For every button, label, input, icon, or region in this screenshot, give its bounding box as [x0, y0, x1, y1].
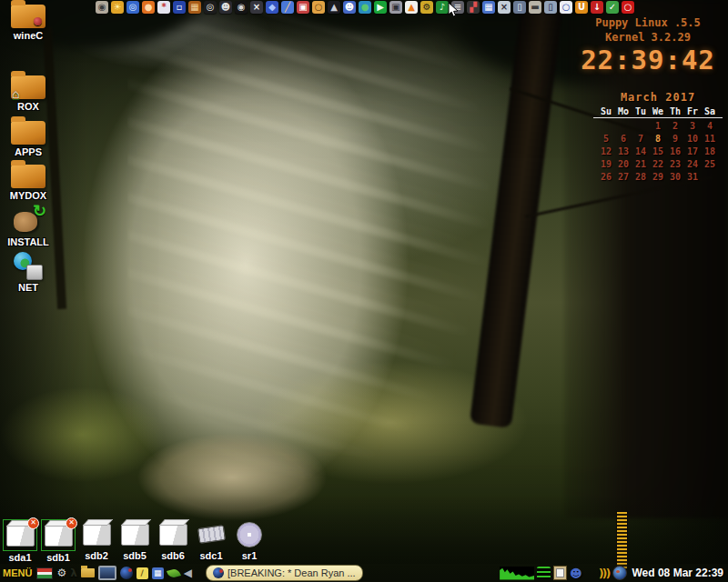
- kernel-version: Kernel 3.2.29: [575, 30, 721, 45]
- calendar-day: 1: [650, 121, 667, 131]
- calendar-day: 16: [667, 146, 684, 156]
- screenshot-tool-icon[interactable]: ◉: [96, 1, 108, 14]
- desktop-icon-net[interactable]: NET: [2, 251, 55, 293]
- gimp-icon[interactable]: ○: [312, 1, 325, 14]
- desktop-icon-mydox[interactable]: MYDOX: [2, 160, 55, 201]
- drive-shape: [121, 524, 149, 546]
- calendar-day: 15: [650, 146, 667, 156]
- games-grid-icon[interactable]: ▞: [467, 1, 480, 14]
- calendar-days: 1234567891011121314151617181920212223242…: [593, 121, 723, 182]
- drive-label: sdb1: [46, 552, 70, 563]
- sound-waves-icon[interactable]: ))): [599, 567, 610, 580]
- hungarian-flag-icon[interactable]: [36, 567, 53, 579]
- drive-sda1[interactable]: sda1: [2, 519, 38, 563]
- calendar-day: 22: [650, 159, 667, 169]
- calculator-app-icon[interactable]: ▦: [482, 1, 495, 14]
- desktop-icon-rox[interactable]: ROX: [2, 71, 55, 112]
- image-editor-icon[interactable]: ▣: [297, 1, 309, 14]
- desktop-icon-winec[interactable]: wineC: [2, 0, 55, 41]
- desktop-icon-label: wineC: [14, 30, 43, 41]
- runner-icon[interactable]: λ: [70, 567, 77, 579]
- calendar-day: 6: [615, 134, 632, 144]
- notes-icon[interactable]: ∕: [136, 567, 148, 579]
- brightness-sun-icon[interactable]: ☀: [111, 1, 124, 14]
- display-settings-icon[interactable]: ▯: [544, 1, 557, 14]
- monitor-search-icon[interactable]: [98, 566, 116, 580]
- network-activity-icon[interactable]: [537, 567, 551, 579]
- globe-net-icon[interactable]: ●: [359, 1, 371, 14]
- calendar-day: [615, 121, 632, 131]
- drive-sr1[interactable]: sr1: [231, 519, 268, 563]
- drive-sdb1[interactable]: sdb1: [40, 519, 76, 563]
- desktop-icon-label: MYDOX: [10, 190, 46, 201]
- update-manager-icon[interactable]: U: [575, 1, 588, 14]
- save-floppy-icon[interactable]: ▫: [173, 1, 186, 14]
- clipboard-icon[interactable]: [553, 566, 567, 580]
- drive-sdb5[interactable]: sdb5: [116, 519, 153, 563]
- back-arrow-icon[interactable]: ◀: [184, 567, 192, 579]
- desktop-icon-apps[interactable]: APPS: [2, 116, 55, 157]
- drive-icon-image: [80, 519, 113, 549]
- drive-icon-image: [41, 519, 76, 551]
- profile-icon[interactable]: ☻: [343, 1, 356, 14]
- unmount-badge-icon[interactable]: [27, 517, 39, 529]
- camera-lens-icon[interactable]: ◎: [204, 1, 217, 14]
- window-button[interactable]: [BREAKING: * Dean Ryan ...: [206, 565, 363, 581]
- day-header: Mo: [615, 106, 632, 116]
- archive-box-icon[interactable]: ▦: [188, 1, 201, 14]
- wizard-hat-icon[interactable]: ▲: [328, 1, 340, 14]
- web-browser-icon[interactable]: ●: [142, 1, 155, 14]
- menu-button[interactable]: MENÜ: [3, 567, 32, 578]
- draw-tools-icon[interactable]: ╱: [281, 1, 294, 14]
- video-app-icon[interactable]: ▣: [389, 1, 402, 14]
- paint-app-icon[interactable]: *: [157, 1, 170, 14]
- user-session-icon[interactable]: ☻: [570, 567, 582, 580]
- download-icon[interactable]: ↓: [591, 1, 603, 14]
- clock-app-icon[interactable]: ○: [560, 1, 572, 14]
- terminal-icon[interactable]: ×: [498, 1, 511, 14]
- cpu-graph-icon[interactable]: [500, 567, 534, 580]
- drive-shape: [159, 524, 187, 546]
- disk-tool-icon[interactable]: ▬: [529, 1, 541, 14]
- system-tray: ☻ ))) Wed 08 Mar 22:39: [500, 566, 725, 580]
- dual-display-icon[interactable]: ▯: [513, 1, 526, 14]
- power-off-icon[interactable]: ○: [622, 1, 634, 14]
- audio-wave-icon[interactable]: ♪: [436, 1, 449, 14]
- calendar-day: 28: [632, 172, 650, 182]
- drive-icon-image: [157, 519, 189, 549]
- user-app-icon[interactable]: ☻: [219, 1, 232, 14]
- cd-player-icon[interactable]: ◎: [126, 1, 139, 14]
- package-manager-icon[interactable]: ✓: [606, 1, 619, 14]
- calendar-day: 31: [684, 172, 702, 182]
- calendar-day: 25: [702, 159, 719, 169]
- drive-sdb6[interactable]: sdb6: [155, 519, 191, 563]
- drive-label: sdb2: [85, 550, 108, 561]
- drive-shape: [237, 522, 262, 547]
- desktop-icon-label: ROX: [17, 101, 39, 112]
- paint-bucket-icon[interactable]: ◆: [266, 1, 278, 14]
- seamonkey-icon[interactable]: [120, 567, 133, 579]
- gear-icon[interactable]: ⚙: [56, 567, 66, 579]
- network-globe-icon[interactable]: [612, 566, 627, 580]
- drive-sdc1[interactable]: sdc1: [193, 519, 229, 563]
- day-header: Tu: [632, 106, 650, 116]
- calendar-day: 30: [667, 172, 684, 182]
- calendar-day: [702, 172, 719, 182]
- gears-icon[interactable]: ⚙: [420, 1, 433, 14]
- leaf-icon[interactable]: [167, 567, 181, 578]
- drive-sdb2[interactable]: sdb2: [78, 519, 115, 563]
- desktop-icon-install[interactable]: INSTALL: [2, 206, 55, 247]
- eye-viewer-icon[interactable]: ◉: [235, 1, 248, 14]
- vlc-icon[interactable]: ▲: [405, 1, 418, 14]
- volume-slider[interactable]: [616, 511, 628, 569]
- calendar-day: 11: [702, 134, 719, 144]
- calculator-tray-icon[interactable]: ▦: [152, 567, 164, 579]
- mini-folder-icon[interactable]: [81, 568, 95, 577]
- calendar-day: 26: [598, 172, 615, 182]
- calendar-day: 3: [684, 121, 702, 131]
- play-media-icon[interactable]: ▶: [374, 1, 387, 14]
- distro-brand: Puppy Linux .5.5 Kernel 3.2.29: [575, 15, 721, 45]
- snip-tool-icon[interactable]: ×: [250, 1, 263, 14]
- unmount-badge-icon[interactable]: [66, 517, 77, 529]
- calendar-day: 24: [684, 159, 702, 169]
